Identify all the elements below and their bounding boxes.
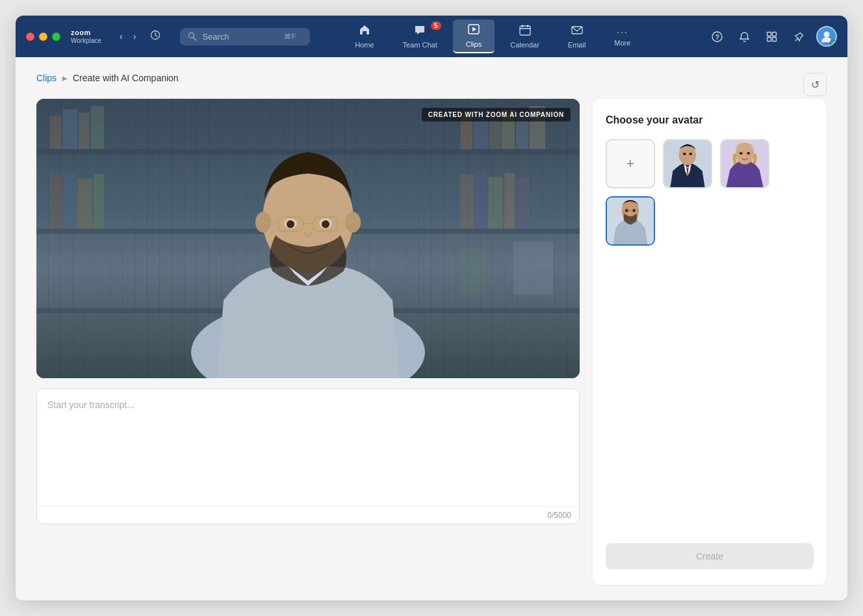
help-icon: ? [712,31,723,42]
svg-rect-40 [513,242,553,295]
help-button[interactable]: ? [707,26,728,47]
online-status-dot [830,40,836,45]
history-icon [150,30,161,40]
tab-email[interactable]: Email [555,20,599,53]
breadcrumb-clips-link[interactable]: Clips [36,73,57,83]
clips-icon [468,23,480,38]
layout-icon [766,31,777,42]
nav-arrows: ‹ › [116,27,166,45]
svg-point-55 [322,220,329,228]
avatar-option-2[interactable] [720,139,769,188]
tab-home[interactable]: Home [342,20,387,53]
svg-rect-14 [767,37,771,41]
avatar-2-image [721,139,768,188]
svg-rect-21 [49,116,61,149]
pin-icon [793,31,805,42]
email-icon [571,24,583,39]
search-icon [188,32,197,41]
layout-button[interactable] [762,26,782,47]
notifications-button[interactable] [734,26,755,47]
refresh-button[interactable]: ↺ [803,73,827,96]
home-icon [359,24,370,39]
svg-point-54 [287,220,294,228]
forward-button[interactable]: › [129,27,140,45]
add-avatar-button[interactable]: + [606,139,655,188]
create-button-container: Create [606,543,814,569]
avatar-3-image [607,196,654,246]
create-button[interactable]: Create [606,543,814,569]
right-panel: Choose your avatar + [593,99,827,585]
svg-rect-13 [773,32,777,36]
svg-rect-12 [767,32,771,36]
email-tab-label: Email [568,41,586,49]
search-input[interactable] [202,32,274,42]
search-shortcut: ⌘F [284,32,296,41]
svg-point-60 [689,153,692,155]
svg-point-73 [633,209,636,212]
svg-line-16 [795,38,798,41]
search-bar[interactable]: ⌘F [180,28,310,45]
more-icon: ··· [617,27,628,37]
svg-point-72 [625,209,628,212]
titlebar-left: zoom Workplace ‹ › [26,27,310,45]
avatar-1-image [664,139,711,188]
svg-rect-33 [77,179,92,228]
history-button[interactable] [145,27,166,45]
svg-point-63 [736,144,754,164]
svg-point-1 [189,33,194,38]
svg-point-59 [683,153,686,155]
svg-rect-38 [504,173,515,229]
user-avatar-button[interactable] [816,26,837,47]
svg-rect-22 [63,109,77,149]
minimize-traffic-light[interactable] [39,32,47,41]
nav-tabs: Home 5 Team Chat Clips Calendar [342,19,643,53]
avatar-option-1[interactable] [663,139,712,188]
tab-clips[interactable]: Clips [453,19,495,53]
refresh-icon: ↺ [811,79,819,91]
svg-text:?: ? [715,34,719,41]
svg-rect-5 [520,26,530,35]
svg-rect-23 [79,112,89,149]
breadcrumb: Clips ► Create with AI Companion [36,73,179,83]
tab-team-chat[interactable]: 5 Team Chat [390,20,450,53]
maximize-traffic-light[interactable] [52,32,60,41]
close-traffic-light[interactable] [26,32,34,41]
app-window: zoom Workplace ‹ › [16,16,847,600]
right-panel-spacer [606,259,814,530]
home-tab-label: Home [355,41,374,49]
pin-button[interactable] [789,26,810,47]
back-button[interactable]: ‹ [116,27,127,45]
svg-line-2 [194,38,196,40]
svg-rect-37 [488,177,502,229]
video-preview: CREATED WITH ZOOM AI COMPANION [36,99,580,378]
svg-rect-32 [64,172,76,229]
svg-point-17 [823,32,829,38]
svg-point-65 [747,152,750,155]
transcript-area: 0/5000 [36,389,580,524]
team-chat-badge: 5 [431,21,441,30]
more-tab-label: More [614,39,630,47]
svg-rect-31 [49,175,62,229]
avatar-option-3[interactable] [606,196,655,246]
svg-rect-39 [516,178,529,228]
workplace-label: Workplace [71,37,101,44]
ai-companion-badge: CREATED WITH ZOOM AI COMPANION [422,108,571,122]
svg-rect-15 [773,37,777,41]
tab-more[interactable]: ··· More [601,23,643,51]
svg-point-58 [679,146,697,165]
transcript-input[interactable] [37,389,579,506]
zoom-logo: zoom Workplace [71,29,101,44]
breadcrumb-separator: ► [60,73,69,83]
tab-calendar[interactable]: Calendar [497,20,552,53]
breadcrumb-current: Create with AI Companion [73,73,179,83]
left-panel: CREATED WITH ZOOM AI COMPANION 0/5000 [36,99,580,585]
svg-marker-4 [472,27,476,32]
char-count: 0/5000 [37,506,579,524]
team-chat-icon [414,24,426,39]
add-avatar-icon: + [626,155,635,172]
calendar-icon [519,24,531,39]
person-figure [146,105,470,378]
svg-rect-24 [91,106,104,149]
avatar-grid: + [606,139,814,246]
titlebar: zoom Workplace ‹ › [16,16,847,57]
